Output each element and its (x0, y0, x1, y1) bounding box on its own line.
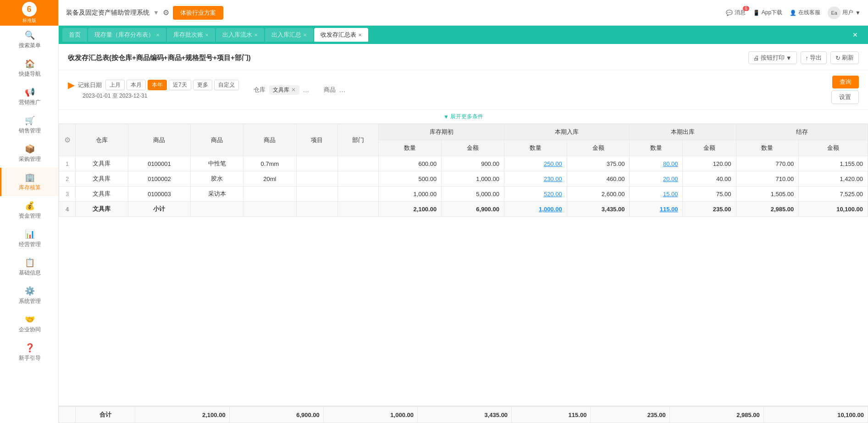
warehouse-more-dots[interactable]: ... (303, 86, 309, 94)
warehouse-tag-text: 文具库 (273, 86, 289, 94)
in-qty-header: 数量 (504, 140, 567, 156)
tab-recv-summary[interactable]: 收发存汇总表 ✕ (314, 28, 368, 42)
date-btn-more[interactable]: 更多 (193, 80, 212, 90)
date-btn-7days[interactable]: 近7天 (169, 80, 191, 90)
close-icon[interactable]: ✕ (156, 33, 160, 38)
sidebar-item-sales[interactable]: 🛒 销售管理 (0, 111, 58, 139)
app-download-action[interactable]: 📱 App下载 (753, 9, 782, 16)
tab-batch-account[interactable]: 库存批次账 ✕ (167, 28, 215, 42)
row-in-qty[interactable]: 230.00 (504, 171, 567, 187)
row-out-qty[interactable]: 80.00 (630, 156, 683, 171)
date-btn-this-month[interactable]: 本月 (127, 80, 146, 90)
row-goods-code: 0100003 (128, 187, 191, 202)
row-department (337, 187, 379, 202)
sidebar-item-basic[interactable]: 📋 基础信息 (0, 253, 58, 281)
app-title: 装备及固定资产辅助管理系统 (66, 9, 149, 17)
sidebar-item-search[interactable]: 🔍 搜索菜单 (0, 26, 58, 54)
tab-label: 出入库汇总 (271, 31, 301, 39)
date-btn-this-year[interactable]: 本年 (148, 80, 167, 90)
settings-gear-icon[interactable]: ⚙ (163, 8, 169, 17)
sidebar-item-operation[interactable]: 📊 经营管理 (0, 225, 58, 253)
row-open-qty: 600.00 (379, 156, 442, 171)
print-button[interactable]: 🖨 按钮打印 ▼ (748, 51, 797, 64)
basic-icon: 📋 (25, 258, 35, 268)
tab-label: 库存批次账 (173, 31, 203, 39)
purchase-icon: 📦 (25, 144, 35, 154)
row-out-amt: 40.00 (683, 171, 736, 187)
in-qty-link[interactable]: 520.00 (544, 191, 562, 198)
close-icon[interactable]: ✕ (254, 33, 258, 38)
total-label: 合计 (76, 407, 135, 423)
sidebar-item-quicknav[interactable]: 🏠 快捷导航 (0, 54, 58, 82)
date-btn-custom[interactable]: 自定义 (214, 80, 239, 90)
sidebar-item-enterprise[interactable]: 🤝 企业协同 (0, 310, 58, 338)
refresh-button[interactable]: ↻ 刷新 (830, 51, 859, 64)
user-action[interactable]: Ea 用户 ▼ (828, 6, 861, 19)
table-settings-icon[interactable]: ⚙ (64, 136, 71, 144)
row-in-qty[interactable]: 520.00 (504, 187, 567, 202)
close-icon[interactable]: ✕ (358, 33, 362, 38)
export-button[interactable]: ↑ 导出 (801, 51, 827, 64)
out-qty-link[interactable]: 80.00 (663, 160, 678, 167)
row-goods-name: 采访本 (191, 187, 243, 202)
close-icon[interactable]: ✕ (205, 33, 209, 38)
sidebar-item-inventory[interactable]: 🏢 库存核算 (0, 168, 58, 196)
expand-conditions-button[interactable]: ▼ 展开更多条件 (443, 113, 483, 121)
sidebar-item-purchase[interactable]: 📦 采购管理 (0, 139, 58, 168)
user-label: 用户 (842, 9, 853, 16)
subtotal-out-qty-link[interactable]: 115.00 (660, 206, 678, 213)
tab-home[interactable]: 首页 (62, 28, 87, 42)
goods-spec-col-header: 商品 (243, 124, 296, 156)
sidebar-item-marketing[interactable]: 📢 营销推广 (0, 82, 58, 111)
row-open-amt: 900.00 (442, 156, 504, 171)
inventory-icon: 🏢 (25, 172, 35, 182)
row-close-amt: 1,155.00 (799, 156, 868, 171)
warehouse-filter-label: 仓库 (254, 86, 265, 94)
close-all-tab[interactable]: ✕ (846, 28, 864, 41)
query-button[interactable]: 查询 (832, 76, 859, 88)
in-amt-header: 金额 (567, 140, 630, 156)
message-action[interactable]: 💬 消息 6 (726, 9, 746, 16)
sidebar-item-label: 资金管理 (19, 212, 41, 220)
sidebar-item-guide[interactable]: ❓ 新手引导 (0, 338, 58, 367)
row-out-qty[interactable]: 15.00 (630, 187, 683, 202)
table-wrapper: ⚙ 仓库 商品 商品 商品 项目 部门 库存期初 本期入库 本期出库 结存 (59, 124, 868, 406)
subtotal-out-qty[interactable]: 115.00 (630, 202, 683, 217)
date-btn-prev-month[interactable]: 上月 (105, 80, 125, 90)
row-in-qty[interactable]: 250.00 (504, 156, 567, 171)
subtotal-empty4 (337, 202, 379, 217)
tab-inventory-dist[interactable]: 现存量（库存分布表） ✕ (88, 28, 166, 42)
page-container: 收发存汇总表(按仓库+商品编码+商品+规格型号+项目+部门) 🖨 按钮打印 ▼ … (59, 44, 868, 423)
dropdown-icon[interactable]: ▼ (153, 9, 159, 16)
subtotal-number: 4 (59, 202, 76, 217)
goods-more-dots[interactable]: ... (339, 86, 345, 94)
subtotal-in-qty[interactable]: 1,000.00 (504, 202, 567, 217)
system-icon: ⚙️ (25, 286, 35, 296)
row-out-qty[interactable]: 20.00 (630, 171, 683, 187)
out-qty-link[interactable]: 15.00 (663, 191, 678, 198)
sidebar-item-system[interactable]: ⚙️ 系统管理 (0, 281, 58, 310)
in-qty-link[interactable]: 230.00 (544, 176, 562, 182)
close-qty-header: 数量 (736, 140, 799, 156)
top-header: 装备及固定资产辅助管理系统 ▼ ⚙ 体验行业方案 💬 消息 6 📱 App下载 … (59, 0, 868, 26)
tab-inout-summary[interactable]: 出入库汇总 ✕ (265, 28, 313, 42)
out-qty-link[interactable]: 20.00 (663, 176, 678, 182)
subtotal-in-qty-link[interactable]: 1,000.00 (539, 206, 562, 213)
total-open-amt: 6,900.00 (229, 407, 323, 423)
date-range-display: 2023-01-01 至 2023-12-31 (83, 93, 147, 99)
row-out-amt: 120.00 (683, 156, 736, 171)
sidebar-item-label: 搜索菜单 (19, 42, 41, 49)
warehouse-tag-remove[interactable]: ✕ (291, 87, 296, 93)
sidebar: 6 标准版 🔍 搜索菜单 🏠 快捷导航 📢 营销推广 🛒 销售管理 📦 采购管理… (0, 0, 59, 423)
tab-inout-flow[interactable]: 出入库流水 ✕ (216, 28, 264, 42)
online-service-action[interactable]: 👤 在线客服 (790, 9, 820, 16)
subtotal-label: 小计 (128, 202, 191, 217)
collapse-btn[interactable]: ▶ (68, 80, 74, 90)
date-buttons: 上月 本月 本年 近7天 更多 自定义 (105, 80, 239, 90)
in-qty-link[interactable]: 250.00 (544, 160, 562, 167)
settings-button[interactable]: 设置 (831, 90, 859, 104)
trial-button[interactable]: 体验行业方案 (173, 6, 223, 20)
subtotal-in-amt: 3,435.00 (567, 202, 630, 217)
sidebar-item-finance[interactable]: 💰 资金管理 (0, 196, 58, 225)
close-icon[interactable]: ✕ (303, 33, 307, 38)
